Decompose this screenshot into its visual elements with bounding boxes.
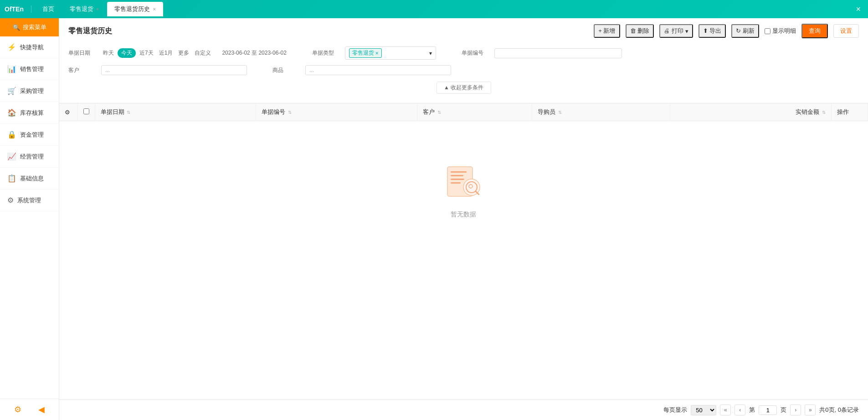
per-page-label: 每页显示 (663, 406, 687, 414)
delete-button[interactable]: 🗑 删除 (626, 24, 654, 38)
page-title: 零售退货历史 (68, 26, 112, 36)
tab-retail-return-history[interactable]: 零售退货历史 × (107, 2, 163, 16)
page-title-row: 零售退货历史 + 新增 🗑 删除 🖨 打印 ▾ ⬆ 导出 (68, 24, 859, 38)
refresh-button-label: ↻ 刷新 (736, 27, 755, 35)
table-container: ⚙ 单据日期 ⇅ 单据编号 ⇅ (59, 103, 868, 400)
tab-retail-return-history-close[interactable]: × (153, 6, 155, 12)
date-options: 昨天 今天 近7天 近1月 更多 自定义 (101, 48, 213, 58)
collapse-filter-label: ▲ 收起更多条件 (444, 84, 483, 92)
sidebar-item-sales-mgmt[interactable]: 📊 销售管理 (0, 58, 59, 80)
sidebar-item-system-mgmt[interactable]: ⚙ 系统管理 (0, 190, 59, 211)
operations-icon: 📈 (7, 152, 16, 161)
sidebar-item-purchase-mgmt[interactable]: 🛒 采购管理 (0, 80, 59, 102)
col-date[interactable]: 单据日期 ⇅ (95, 103, 256, 121)
collapse-filter-button[interactable]: ▲ 收起更多条件 (437, 82, 491, 94)
goods-ellipsis[interactable]: ... (309, 67, 314, 73)
next-page-button[interactable]: › (790, 405, 801, 415)
search-icon: 🔍 (13, 24, 20, 31)
col-number[interactable]: 单据编号 ⇅ (256, 103, 417, 121)
sidebar-item-operations-label: 经营管理 (20, 153, 44, 161)
tab-retail-return-close[interactable]: × (96, 6, 99, 12)
page-number-input[interactable] (759, 405, 777, 415)
total-text: 共0页, 0条记录 (819, 406, 859, 414)
filter-area: 单据日期 昨天 今天 近7天 近1月 更多 自定义 2023-06-02 至 2… (68, 44, 859, 103)
sidebar-item-inventory[interactable]: 🏠 库存核算 (0, 102, 59, 124)
col-settings-icon[interactable]: ⚙ (65, 109, 70, 116)
last-page-button[interactable]: » (805, 405, 816, 415)
col-amount[interactable]: 实销金额 ⇅ (670, 103, 832, 121)
col-customer-label: 客户 (423, 108, 435, 115)
tab-bar: 首页 零售退货 × 零售退货历史 × (35, 2, 853, 16)
tab-retail-return[interactable]: 零售退货 × (62, 2, 106, 16)
sidebar-item-basic-info[interactable]: 📋 基础信息 (0, 168, 59, 190)
prev-page-button[interactable]: ‹ (734, 405, 745, 415)
sidebar-item-finance[interactable]: 🔒 资金管理 (0, 124, 59, 146)
sidebar-item-basic-info-label: 基础信息 (20, 174, 44, 183)
show-detail-checkbox[interactable] (765, 28, 770, 34)
brand-name: OfTEn (5, 5, 24, 13)
sidebar-search-label: 搜索菜单 (23, 23, 46, 31)
select-all-checkbox[interactable] (83, 108, 89, 114)
date-opt-7days[interactable]: 近7天 (138, 48, 155, 58)
date-opt-custom[interactable]: 自定义 (193, 48, 213, 58)
voucher-type-select[interactable]: 零售退货 × ▾ (345, 46, 436, 60)
page-label: 第 (749, 406, 755, 414)
export-button[interactable]: ⬆ 导出 (699, 24, 726, 38)
date-range-value: 2023-06-02 至 2023-06-02 (222, 49, 286, 57)
quick-nav-icon: ⚡ (7, 43, 16, 51)
sidebar-item-operations[interactable]: 📈 经营管理 (0, 146, 59, 168)
per-page-select[interactable]: 20 50 100 200 (691, 405, 716, 415)
col-checkbox[interactable] (77, 103, 95, 121)
filter-row-customer: 客户 ... 商品 ... (68, 62, 859, 78)
voucher-number-filter-label: 单据编号 (462, 49, 487, 57)
col-operation-label: 操作 (837, 108, 849, 115)
purchase-mgmt-icon: 🛒 (7, 87, 16, 95)
page-unit-label: 页 (781, 406, 786, 414)
query-button[interactable]: 查询 (801, 24, 828, 38)
svg-rect-1 (451, 171, 467, 173)
col-guide[interactable]: 导购员 ⇅ (532, 103, 670, 121)
col-settings[interactable]: ⚙ (59, 103, 77, 121)
refresh-button[interactable]: ↻ 刷新 (731, 24, 759, 38)
date-opt-today[interactable]: 今天 (118, 48, 136, 58)
empty-cell: 暂无数据 (59, 121, 868, 256)
top-bar: OfTEn 首页 零售退货 × 零售退货历史 × × (0, 0, 868, 18)
customer-ellipsis[interactable]: ... (105, 67, 110, 73)
print-button[interactable]: 🖨 打印 ▾ (659, 24, 693, 38)
new-button-label: + 新增 (598, 27, 615, 35)
sidebar-item-sales-mgmt-label: 销售管理 (20, 65, 44, 73)
settings-button[interactable]: 设置 (833, 24, 859, 38)
col-date-sort-icon: ⇅ (127, 110, 130, 115)
date-opt-more[interactable]: 更多 (176, 48, 191, 58)
show-detail-check[interactable]: 显示明细 (765, 27, 796, 35)
pagination-bar: 每页显示 20 50 100 200 « ‹ 第 页 › » 共0页, 0条记录 (59, 400, 868, 420)
customer-filter-label: 客户 (68, 67, 94, 74)
date-opt-yesterday[interactable]: 昨天 (101, 48, 116, 58)
sidebar-item-quick-nav-label: 快捷导航 (20, 43, 44, 51)
empty-row: 暂无数据 (59, 121, 868, 256)
main-layout: 🔍 搜索菜单 ⚡ 快捷导航 📊 销售管理 🛒 采购管理 🏠 库存核算 🔒 资金管… (0, 18, 868, 420)
voucher-type-filter-label: 单据类型 (312, 49, 338, 57)
voucher-type-tag[interactable]: 零售退货 × (349, 48, 382, 58)
sidebar-item-system-mgmt-label: 系统管理 (17, 196, 41, 205)
sidebar-search[interactable]: 🔍 搜索菜单 (0, 18, 59, 36)
window-close-button[interactable]: × (853, 4, 863, 15)
settings-icon[interactable]: ⚙ (14, 405, 21, 415)
tab-home[interactable]: 首页 (35, 2, 62, 16)
customer-select[interactable]: ... (101, 65, 247, 75)
voucher-type-tag-label: 零售退货 (352, 49, 374, 57)
voucher-number-input[interactable] (494, 48, 622, 58)
tab-home-label: 首页 (42, 5, 54, 13)
col-amount-label: 实销金额 (796, 108, 819, 115)
col-guide-label: 导购员 (538, 108, 555, 115)
voucher-type-tag-close[interactable]: × (375, 50, 379, 56)
collapse-sidebar-icon[interactable]: ◀ (38, 405, 45, 415)
col-customer[interactable]: 客户 ⇅ (417, 103, 532, 121)
goods-select[interactable]: ... (305, 65, 451, 75)
voucher-type-dropdown-icon[interactable]: ▾ (429, 50, 432, 56)
print-dropdown-icon[interactable]: ▾ (685, 28, 688, 35)
first-page-button[interactable]: « (720, 405, 731, 415)
sidebar-item-quick-nav[interactable]: ⚡ 快捷导航 (0, 36, 59, 58)
new-button[interactable]: + 新增 (594, 24, 620, 38)
date-opt-1month[interactable]: 近1月 (157, 48, 175, 58)
